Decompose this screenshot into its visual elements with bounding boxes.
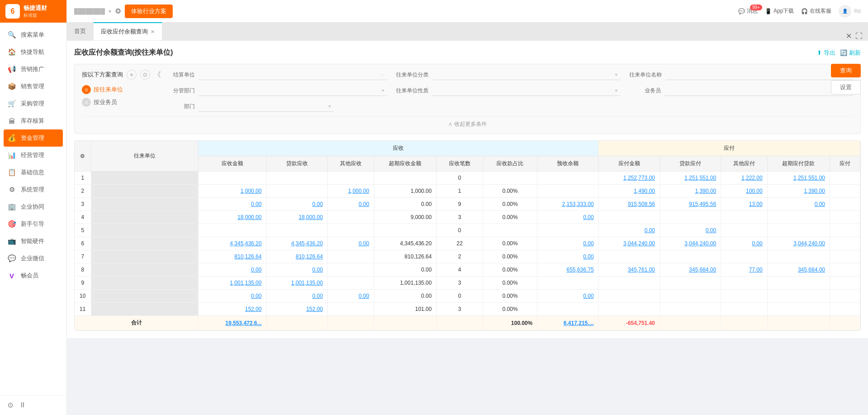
tab-close-icon[interactable]: ✕ [151,29,155,35]
table-cell[interactable]: 345,684.00 [660,263,721,277]
tab-fullscreen-icon[interactable]: ⛶ [855,32,863,40]
sidebar-item-guide[interactable]: 🎯 新手引导 [0,215,66,233]
search-add-btn[interactable]: + [127,70,137,80]
schema-option-salesperson[interactable]: ⊙ 按业务员 [82,98,163,107]
table-cell[interactable]: 0.00 [767,198,830,211]
settlement-unit-input[interactable]: ··· [198,70,387,80]
table-cell[interactable]: 1,390.00 [767,185,830,198]
sidebar-item-quick-nav[interactable]: 🏠 快捷导航 [0,43,66,61]
table-cell[interactable]: 152.00 [266,303,327,316]
partner-name-input[interactable] [665,70,853,80]
table-cell[interactable]: 1,000.00 [198,185,266,198]
sidebar-item-search-menu[interactable]: 🔍 搜索菜单 [0,26,66,43]
table-cell: 1,001,135.00 [374,277,436,290]
sidebar-item-marketing[interactable]: 📢 营销推广 [0,61,66,78]
table-cell[interactable]: 0.00 [328,290,374,303]
sidebar-item-purchase[interactable]: 🛒 采购管理 [0,95,66,112]
table-cell[interactable]: 0.00 [537,250,598,263]
table-cell[interactable]: 1,001,135.00 [266,277,327,290]
table-cell[interactable]: 77.00 [721,263,768,277]
table-cell[interactable]: 0.00 [537,290,598,303]
table-cell[interactable]: 18,000.00 [266,211,327,224]
total-row: 合计 19,553,472,6... 100.00% 6,417,215....… [75,316,860,330]
collapse-more-btn[interactable]: ∧ 收起更多条件 [448,120,486,128]
table-cell[interactable]: 1,222.00 [721,172,768,185]
table-cell[interactable]: 100.00 [721,185,768,198]
trial-btn[interactable]: 体验行业方案 [125,5,173,18]
sidebar-settings-icon[interactable]: ⚙ [7,401,14,410]
sidebar-item-system[interactable]: ⚙ 系统管理 [0,181,66,198]
online-service-btn[interactable]: 🎧 在线客服 [801,7,831,15]
settings-btn[interactable]: 设置 [831,80,861,95]
dept-input[interactable]: ▾ [198,101,334,112]
table-cell[interactable]: 3,044,240.00 [767,237,830,250]
message-btn[interactable]: 💬 消息 99+ [738,7,758,15]
table-cell[interactable]: 0.00 [266,198,327,211]
table-cell[interactable]: 0.00 [198,290,266,303]
export-btn[interactable]: ⬆ 导出 [817,49,835,57]
tab-home[interactable]: 首页 [67,22,94,40]
table-cell[interactable]: 0.00 [660,224,721,237]
dropdown-arrow-icon[interactable]: ▾ [108,8,111,14]
table-cell[interactable]: 0.00 [537,237,598,250]
table-cell[interactable]: 810,126.64 [266,250,327,263]
table-cell[interactable]: 4,345,436.20 [198,237,266,250]
sidebar-item-member[interactable]: V 畅会员 [0,267,66,284]
table-cell[interactable]: 345,761.00 [599,263,660,277]
table-cell[interactable]: 1,252,773.00 [599,172,660,185]
col-settings-header[interactable]: ⚙ [75,141,91,172]
sidebar-item-capital[interactable]: 💰 资金管理 [4,129,63,147]
table-cell[interactable]: 0.00 [721,237,768,250]
sidebar-collapse-icon[interactable]: ⏸ [19,401,26,410]
salesperson-input[interactable]: ··· [665,86,853,96]
sidebar-item-enterprise[interactable]: 🏢 企业协同 [0,198,66,215]
table-cell[interactable]: 0.00 [328,198,374,211]
total-ar-prepay[interactable]: 6,417,215.... [537,316,598,330]
table-cell[interactable]: 0.00 [328,237,374,250]
table-cell[interactable]: 4,345,436.20 [266,237,327,250]
table-cell[interactable]: 152.00 [198,303,266,316]
table-cell[interactable]: 13.00 [721,198,768,211]
query-btn[interactable]: 查询 [831,64,861,77]
tab-close-window-icon[interactable]: ✕ [846,32,852,40]
sidebar-item-sales[interactable]: 📦 销售管理 [0,78,66,95]
table-cell[interactable]: 915,508.56 [599,198,660,211]
sidebar-item-wechat[interactable]: 💬 企业微信 [0,250,66,267]
partner-category-input[interactable]: ▾ [432,70,620,80]
table-cell[interactable]: 1,390.00 [660,185,721,198]
sidebar-item-operations[interactable]: 📊 经营管理 [0,147,66,164]
table-cell[interactable]: 1,001,135.00 [198,277,266,290]
table-cell[interactable]: 0.00 [266,263,327,277]
total-ar-amount[interactable]: 19,553,472,6... [198,316,266,330]
table-cell[interactable]: 0.00 [198,198,266,211]
department-input[interactable]: ▾ [198,86,387,96]
refresh-btn[interactable]: 🔄 刷新 [840,49,861,57]
table-cell[interactable]: 1,251,551.00 [660,172,721,185]
table-cell[interactable]: 810,126.64 [198,250,266,263]
schema-option-partner[interactable]: ⊙ 按往来单位 [82,85,163,94]
table-cell[interactable]: 655,636.75 [537,263,598,277]
partner-nature-input[interactable]: ▾ [432,86,620,96]
user-profile[interactable]: 👤 Rit [839,5,861,18]
sidebar-item-inventory[interactable]: 🏛 库存核算 [0,112,66,129]
table-cell[interactable]: 0.00 [599,224,660,237]
table-cell[interactable]: 2,153,333.00 [537,198,598,211]
table-cell[interactable]: 1,000.00 [328,185,374,198]
settings-gear-icon[interactable]: ⚙ [115,7,121,15]
table-cell[interactable]: 0.00 [266,290,327,303]
table-cell[interactable]: 1,490.00 [599,185,660,198]
sidebar-item-basic-info[interactable]: 📋 基础信息 [0,164,66,181]
table-cell[interactable]: 0.00 [537,211,598,224]
table-cell[interactable]: 345,684.00 [767,263,830,277]
table-cell[interactable]: 18,000.00 [198,211,266,224]
search-schema-btn[interactable]: ⊙ [140,70,150,80]
table-cell[interactable]: 0.00 [198,263,266,277]
table-cell[interactable]: 915,495.56 [660,198,721,211]
sidebar-item-hardware[interactable]: 📺 智能硬件 [0,233,66,250]
app-download-btn[interactable]: 📱 App下载 [765,7,794,15]
tab-ar-ap-query[interactable]: 应收应付余额查询 ✕ [94,22,162,40]
table-cell[interactable]: 1,251,551.00 [767,172,830,185]
table-cell[interactable]: 3,044,240.00 [599,237,660,250]
table-cell[interactable]: 3,044,240.00 [660,237,721,250]
search-collapse-icon[interactable]: 《 [154,70,161,80]
